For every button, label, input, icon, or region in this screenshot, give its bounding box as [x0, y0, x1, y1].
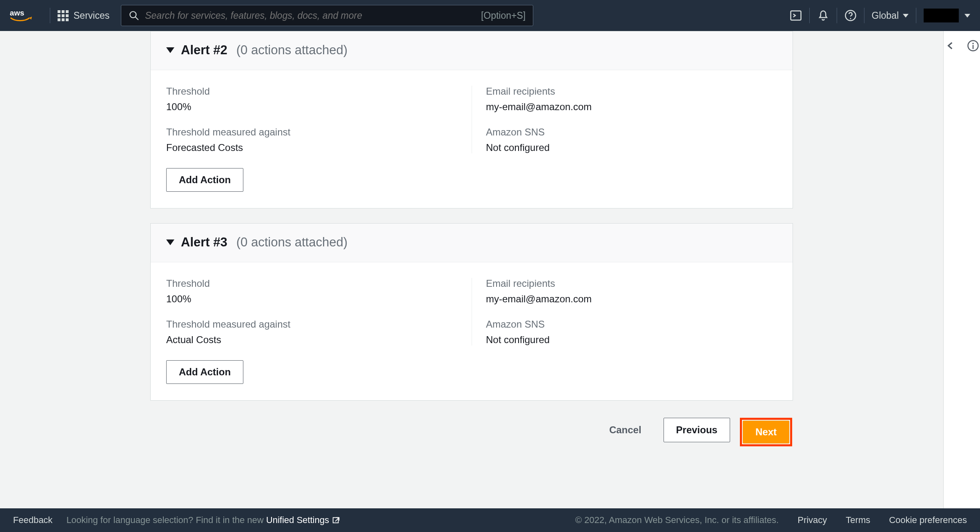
info-icon[interactable]	[967, 38, 980, 53]
alert-title: Alert #3	[181, 235, 227, 250]
nav-divider	[50, 8, 50, 23]
sns-value: Not configured	[486, 142, 777, 153]
add-action-button[interactable]: Add Action	[166, 168, 243, 192]
previous-button[interactable]: Previous	[664, 418, 730, 442]
next-button-highlight: Next	[740, 418, 792, 446]
next-button[interactable]: Next	[743, 421, 789, 443]
notifications-icon[interactable]	[817, 9, 829, 22]
account-id-redacted	[924, 9, 959, 22]
nav-divider	[809, 8, 810, 23]
alert-card: Alert #2 (0 actions attached) Threshold …	[150, 31, 793, 208]
nav-divider	[916, 8, 916, 23]
grid-icon	[58, 10, 69, 21]
top-nav: aws Services [Option+S] Global	[0, 0, 980, 31]
right-help-rail	[943, 31, 980, 508]
collapse-toggle-icon[interactable]	[166, 47, 174, 53]
svg-point-5	[850, 18, 851, 19]
account-menu[interactable]	[924, 9, 970, 22]
services-menu-button[interactable]: Services	[58, 10, 109, 21]
console-footer: Feedback Looking for language selection?…	[0, 508, 980, 532]
nav-divider	[837, 8, 837, 23]
email-recipients-value: my-email@amazon.com	[486, 293, 777, 305]
threshold-label: Threshold	[166, 86, 472, 97]
measured-against-label: Threshold measured against	[166, 319, 472, 330]
cookie-preferences-link[interactable]: Cookie preferences	[889, 515, 967, 525]
nav-divider	[864, 8, 864, 23]
measured-against-value: Actual Costs	[166, 334, 472, 346]
footer-language-msg: Looking for language selection? Find it …	[67, 515, 341, 525]
cloudshell-icon[interactable]	[790, 9, 802, 22]
footer-copyright: © 2022, Amazon Web Services, Inc. or its…	[575, 515, 779, 525]
alert-title: Alert #2	[181, 43, 227, 58]
cancel-button[interactable]: Cancel	[597, 418, 654, 442]
feedback-link[interactable]: Feedback	[13, 515, 53, 525]
help-icon[interactable]	[844, 9, 857, 22]
region-selector[interactable]: Global	[872, 10, 909, 21]
measured-against-value: Forecasted Costs	[166, 142, 472, 153]
privacy-link[interactable]: Privacy	[797, 515, 827, 525]
chevron-down-icon	[903, 14, 909, 18]
svg-rect-9	[333, 518, 339, 523]
email-recipients-label: Email recipients	[486, 86, 777, 97]
alert-card: Alert #3 (0 actions attached) Threshold …	[150, 223, 793, 401]
search-input[interactable]	[145, 10, 481, 21]
sns-label: Amazon SNS	[486, 126, 777, 138]
svg-line-2	[135, 17, 138, 20]
alert-subtitle: (0 actions attached)	[236, 43, 347, 58]
threshold-label: Threshold	[166, 278, 472, 289]
footer-language-text: Looking for language selection? Find it …	[67, 515, 266, 525]
threshold-value: 100%	[166, 101, 472, 113]
services-label: Services	[74, 10, 109, 21]
global-search[interactable]: [Option+S]	[121, 5, 533, 26]
sns-value: Not configured	[486, 334, 777, 346]
search-shortcut: [Option+S]	[481, 10, 526, 21]
svg-point-1	[130, 11, 136, 18]
terms-link[interactable]: Terms	[846, 515, 870, 525]
email-recipients-value: my-email@amazon.com	[486, 101, 777, 113]
region-label: Global	[872, 10, 899, 21]
sns-label: Amazon SNS	[486, 319, 777, 330]
svg-text:aws: aws	[10, 9, 24, 17]
add-action-button[interactable]: Add Action	[166, 360, 243, 384]
unified-settings-link[interactable]: Unified Settings	[266, 515, 341, 525]
alert-card-header[interactable]: Alert #3 (0 actions attached)	[151, 224, 793, 262]
chevron-down-icon	[964, 14, 970, 18]
collapse-toggle-icon[interactable]	[166, 239, 174, 245]
search-icon	[129, 10, 139, 21]
svg-rect-8	[973, 45, 974, 49]
wizard-actions: Cancel Previous Next	[150, 418, 793, 446]
alert-subtitle: (0 actions attached)	[236, 235, 347, 250]
collapse-help-button[interactable]	[944, 38, 958, 53]
alert-card-header[interactable]: Alert #2 (0 actions attached)	[151, 31, 793, 70]
unified-settings-label: Unified Settings	[266, 515, 329, 525]
svg-point-7	[973, 43, 974, 44]
email-recipients-label: Email recipients	[486, 278, 777, 289]
external-link-icon	[332, 516, 341, 525]
aws-logo[interactable]: aws	[10, 9, 33, 22]
measured-against-label: Threshold measured against	[166, 126, 472, 138]
threshold-value: 100%	[166, 293, 472, 305]
